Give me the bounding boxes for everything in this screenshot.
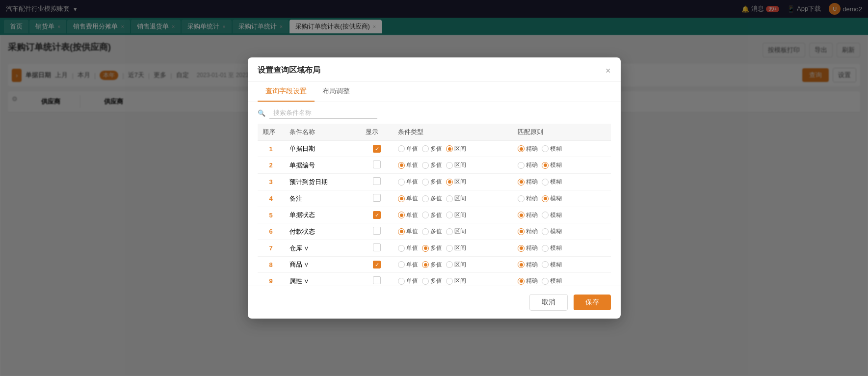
cell-type: 单值多值区间 [393,240,513,257]
table-row: 1单据日期单值多值区间精确模糊 [258,141,611,157]
cell-match: 精确模糊 [513,190,610,207]
radio-match-exact[interactable]: 精确 [518,178,538,186]
radio-match-fuzzy[interactable]: 模糊 [542,261,562,269]
radio-match-exact[interactable]: 精确 [518,145,538,153]
display-checkbox[interactable] [373,145,381,153]
table-row: 6付款状态单值多值区间精确模糊 [258,223,611,240]
radio-match-fuzzy[interactable]: 模糊 [542,244,562,252]
radio-match-exact[interactable]: 精确 [518,261,538,269]
cell-type: 单值多值区间 [393,141,513,157]
radio-match-exact[interactable]: 精确 [518,161,538,169]
conditions-table: 顺序 条件名称 显示 条件类型 匹配原则 1单据日期单值多值区间精确模糊2单据编… [258,124,611,286]
cell-name: 备注 [285,190,361,207]
dialog-footer: 取消 保存 [248,286,621,319]
radio-match-exact[interactable]: 精确 [518,227,538,236]
radio-match-fuzzy[interactable]: 模糊 [542,277,562,285]
cell-order: 4 [258,190,285,207]
radio-type-single[interactable]: 单值 [398,244,418,252]
radio-type-multi[interactable]: 多值 [422,194,442,203]
display-checkbox[interactable] [373,261,381,269]
cell-display [361,207,393,223]
cell-match: 精确模糊 [513,240,610,257]
cell-match: 精确模糊 [513,157,610,174]
radio-type-single[interactable]: 单值 [398,161,418,169]
cell-name: 单据日期 [285,141,361,157]
search-bar: 🔍 [248,102,621,124]
radio-type-multi[interactable]: 多值 [422,161,442,169]
table-row: 9属性 ∨单值多值区间精确模糊 [258,273,611,286]
radio-type-range[interactable]: 区间 [446,277,466,285]
cell-display [361,157,393,174]
radio-type-range[interactable]: 区间 [446,261,466,269]
dialog-close-button[interactable]: × [605,66,611,75]
radio-match-exact[interactable]: 精确 [518,194,538,203]
dialog-body: 顺序 条件名称 显示 条件类型 匹配原则 1单据日期单值多值区间精确模糊2单据编… [248,124,621,286]
display-checkbox[interactable] [373,211,381,219]
tab-layout-adjust[interactable]: 布局调整 [315,82,358,102]
radio-type-single[interactable]: 单值 [398,145,418,153]
radio-match-fuzzy[interactable]: 模糊 [542,145,562,153]
col-header-match: 匹配原则 [513,124,610,141]
radio-type-multi[interactable]: 多值 [422,211,442,219]
cell-order: 8 [258,257,285,273]
radio-type-range[interactable]: 区间 [446,211,466,219]
radio-match-fuzzy[interactable]: 模糊 [542,161,562,169]
display-checkbox[interactable] [373,276,381,284]
cell-match: 精确模糊 [513,141,610,157]
radio-type-multi[interactable]: 多值 [422,145,442,153]
save-button[interactable]: 保存 [574,295,611,310]
cell-order: 3 [258,174,285,190]
radio-type-multi[interactable]: 多值 [422,244,442,252]
radio-type-range[interactable]: 区间 [446,194,466,203]
radio-match-fuzzy[interactable]: 模糊 [542,178,562,186]
cell-match: 精确模糊 [513,223,610,240]
radio-type-range[interactable]: 区间 [446,227,466,236]
cell-display [361,273,393,286]
display-checkbox[interactable] [373,161,381,168]
radio-match-fuzzy[interactable]: 模糊 [542,227,562,236]
cell-name: 付款状态 [285,223,361,240]
cell-type: 单值多值区间 [393,223,513,240]
cell-name: 预计到货日期 [285,174,361,190]
cell-display [361,141,393,157]
radio-type-range[interactable]: 区间 [446,244,466,252]
dialog-title: 设置查询区域布局 [258,65,320,76]
tab-field-settings[interactable]: 查询字段设置 [258,82,315,102]
cell-name: 仓库 ∨ [285,240,361,257]
radio-match-fuzzy[interactable]: 模糊 [542,211,562,219]
table-row: 8商品 ∨单值多值区间精确模糊 [258,257,611,273]
table-row: 2单据编号单值多值区间精确模糊 [258,157,611,174]
radio-type-multi[interactable]: 多值 [422,277,442,285]
radio-type-multi[interactable]: 多值 [422,227,442,236]
radio-type-multi[interactable]: 多值 [422,178,442,186]
radio-type-range[interactable]: 区间 [446,161,466,169]
search-input[interactable] [269,107,377,119]
display-checkbox[interactable] [373,177,381,185]
radio-match-exact[interactable]: 精确 [518,211,538,219]
radio-type-single[interactable]: 单值 [398,277,418,285]
radio-type-single[interactable]: 单值 [398,227,418,236]
radio-type-single[interactable]: 单值 [398,178,418,186]
search-icon: 🔍 [258,109,265,117]
cell-type: 单值多值区间 [393,190,513,207]
col-header-order: 顺序 [258,124,285,141]
radio-type-single[interactable]: 单值 [398,211,418,219]
cell-order: 5 [258,207,285,223]
table-row: 4备注单值多值区间精确模糊 [258,190,611,207]
cell-order: 6 [258,223,285,240]
radio-match-fuzzy[interactable]: 模糊 [542,194,562,203]
table-row: 5单据状态单值多值区间精确模糊 [258,207,611,223]
radio-type-range[interactable]: 区间 [446,145,466,153]
radio-type-range[interactable]: 区间 [446,178,466,186]
cell-order: 2 [258,157,285,174]
radio-match-exact[interactable]: 精确 [518,244,538,252]
radio-match-exact[interactable]: 精确 [518,277,538,285]
cell-display [361,174,393,190]
display-checkbox[interactable] [373,194,381,202]
radio-type-single[interactable]: 单值 [398,194,418,203]
radio-type-single[interactable]: 单值 [398,261,418,269]
display-checkbox[interactable] [373,243,381,251]
radio-type-multi[interactable]: 多值 [422,261,442,269]
display-checkbox[interactable] [373,227,381,235]
cancel-button[interactable]: 取消 [529,294,568,311]
